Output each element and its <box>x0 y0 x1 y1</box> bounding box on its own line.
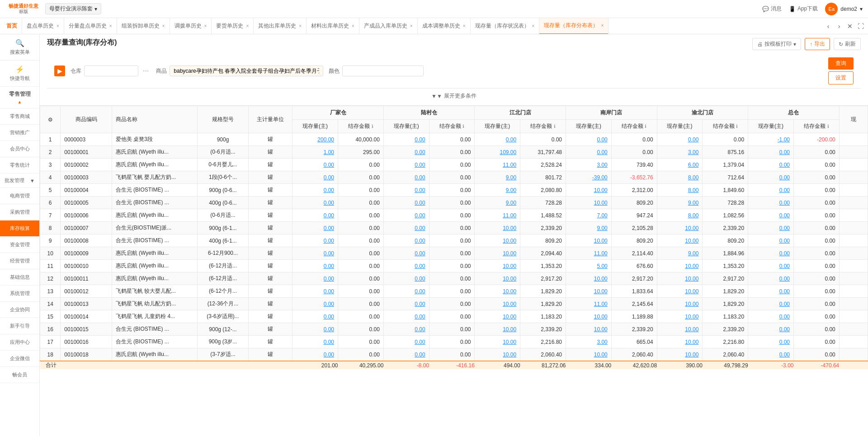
sidebar-item-collab[interactable]: 企业协同 <box>0 302 39 318</box>
ecommerce-label: 电商管理 <box>10 192 30 199</box>
sidebar-item-apps[interactable]: 应用中心 <box>0 334 39 351</box>
cell-cur <box>839 298 868 310</box>
tab-next-btn[interactable]: › <box>834 21 844 32</box>
cell-total-qty: 0.00 <box>748 272 794 285</box>
tab-assemble-close[interactable]: × <box>162 23 165 28</box>
cell-cf-qty: 0.00 <box>292 323 338 336</box>
tab-inventory-close[interactable]: × <box>57 23 59 28</box>
warehouse-input[interactable] <box>84 66 138 76</box>
goods-label: 商品 <box>156 67 167 75</box>
top-bar-right: 💬 消息 📱 App下载 Ea demo2 ▾ <box>762 3 863 15</box>
tab-branch-inventory[interactable]: 分量盘点单历史 × <box>64 18 117 34</box>
sidebar-item-ecommerce[interactable]: 电商管理 <box>0 188 39 204</box>
cell-cur <box>839 336 868 348</box>
sidebar-item-retail[interactable]: 零售管理 ▲ <box>0 87 39 108</box>
tab-transfer[interactable]: 调拨单历史 × <box>170 18 212 34</box>
cell-name: 飞鹤星飞帆 较大婴儿配... <box>112 285 197 298</box>
export-btn[interactable]: ↑ 导出 <box>805 38 830 50</box>
cell-total-qty: 0.00 <box>748 222 794 234</box>
sidebar-item-guide[interactable]: 新手引导 <box>0 318 39 334</box>
setting-btn[interactable]: 设置 <box>828 71 854 84</box>
cell-jb-amt: 2,528.24 <box>520 159 566 171</box>
sidebar-item-wholesale[interactable]: 批发管理 ▼ <box>0 173 39 188</box>
sidebar-item-purchase[interactable]: 采购管理 <box>0 204 39 220</box>
export-label: 导出 <box>814 40 825 48</box>
cell-code: 00100015 <box>61 323 112 336</box>
tab-requisition[interactable]: 要货单历史 × <box>212 18 254 34</box>
tab-inventory[interactable]: 盘点单历史 × <box>22 18 64 34</box>
tab-assemble[interactable]: 组装拆卸单历史 × <box>117 18 170 34</box>
th-name: 商品名称 <box>112 106 197 133</box>
tab-transfer-close[interactable]: × <box>204 23 207 28</box>
tab-cost-adjust[interactable]: 成本调整单历史 × <box>418 18 471 34</box>
tab-home[interactable]: 首页 <box>2 18 22 34</box>
sidebar-item-marketing[interactable]: 营销推广 <box>0 125 39 141</box>
sidebar-item-member[interactable]: 会员中心 <box>0 141 39 157</box>
cell-cf-qty: 1.00 <box>292 146 338 159</box>
goods-input[interactable] <box>170 66 323 76</box>
message-btn[interactable]: 💬 消息 <box>762 5 782 13</box>
cell-spec: 900g <box>197 133 248 146</box>
th-gear[interactable]: ⚙ <box>40 106 61 133</box>
sidebar-item-finance[interactable]: 资金管理 <box>0 237 39 253</box>
retail-stats-label: 零售统计 <box>10 162 30 169</box>
cell-no: 4 <box>40 171 61 184</box>
tab-stock-dist-close[interactable]: × <box>601 23 604 28</box>
cell-na-qty: 9.00 <box>566 222 612 234</box>
refresh-btn[interactable]: ↻ 刷新 <box>834 38 861 50</box>
cell-total-amt: 0.00 <box>793 184 839 197</box>
cell-lc-qty: 0.00 <box>383 197 429 209</box>
sidebar-item-sys[interactable]: 系统管理 <box>0 286 39 302</box>
sidebar-item-retail-stats[interactable]: 零售统计 <box>0 157 39 173</box>
tab-other-out[interactable]: 其他出库单历史 × <box>254 18 307 34</box>
tab-product-in-close[interactable]: × <box>410 23 413 28</box>
expand-btn[interactable]: ▼▼ 展开更多条件 <box>428 90 480 102</box>
tab-prev-btn[interactable]: ‹ <box>823 21 834 32</box>
tab-stock-status[interactable]: 现存量（库存状况表） × <box>471 18 540 34</box>
cell-spec: (6-12个月... <box>197 285 248 298</box>
cell-lc-amt: 0.00 <box>429 285 475 298</box>
th-group-yb: 渝北门店 <box>657 106 748 120</box>
sidebar-shortcuts-label: 快捷导航 <box>10 75 30 82</box>
cell-cf-amt: 40,000.00 <box>338 133 384 146</box>
tab-stock-status-close[interactable]: × <box>532 23 535 28</box>
app-download-btn[interactable]: 📱 App下载 <box>789 5 818 13</box>
th-total-qty: 现存量(主) <box>748 120 794 133</box>
tab-fullscreen-btn[interactable]: ⛶ <box>855 21 866 32</box>
cell-no: 5 <box>40 184 61 197</box>
summary-yb-qty: 390.00 <box>657 361 703 369</box>
user-info[interactable]: Ea demo2 ▾ <box>825 3 863 15</box>
cell-code: 0000003 <box>61 133 112 146</box>
tab-close-all-btn[interactable]: ✕ <box>844 21 855 32</box>
cell-total-amt: 0.00 <box>793 159 839 171</box>
tab-branch-inventory-close[interactable]: × <box>109 23 112 28</box>
summary-total-amt: -470.64 <box>793 361 839 369</box>
sidebar-item-basic[interactable]: 基础信息 <box>0 269 39 286</box>
cell-total-amt: 0.00 <box>793 222 839 234</box>
sidebar-item-member2[interactable]: 畅会员 <box>0 367 39 383</box>
filter-toggle-btn[interactable]: ▶ <box>54 66 65 76</box>
tab-material-out-close[interactable]: × <box>352 23 354 28</box>
sidebar-item-ops[interactable]: 经营管理 <box>0 253 39 269</box>
tab-other-out-close[interactable]: × <box>299 23 302 28</box>
tab-cost-adjust-close[interactable]: × <box>463 23 466 28</box>
sidebar-item-wechat[interactable]: 企业微信 <box>0 351 39 367</box>
sidebar-item-retail-shop[interactable]: 零售商城 <box>0 108 39 125</box>
sidebar-item-shortcuts[interactable]: ⚡ 快捷导航 <box>0 61 39 87</box>
cell-lc-qty: 0.00 <box>383 222 429 234</box>
sidebar-item-stock[interactable]: 库存核算 <box>0 220 39 237</box>
print-btn[interactable]: 🖨 按模板打印 ▾ <box>752 38 801 50</box>
cell-na-amt: 2,114.40 <box>611 247 657 260</box>
search-btn[interactable]: 查询 <box>828 57 854 70</box>
cell-unit: 罐 <box>249 285 292 298</box>
color-input[interactable] <box>342 66 424 76</box>
sidebar-item-search[interactable]: 🔍 搜索英单 <box>0 34 39 61</box>
main-layout: 🔍 搜索英单 ⚡ 快捷导航 零售管理 ▲ 零售商城 营销推广 会员中心 零售统计… <box>0 34 868 436</box>
cell-total-amt: 0.00 <box>793 209 839 222</box>
cell-jb-qty: 10.00 <box>475 247 520 260</box>
tab-product-in[interactable]: 产成品入库单历史 × <box>359 18 418 34</box>
store-selector[interactable]: 母婴行业演示陈套 ▾ <box>45 3 101 14</box>
tab-stock-dist[interactable]: 现存量（库存分布表） × <box>539 18 609 34</box>
tab-material-out[interactable]: 材料出库单历史 × <box>307 18 359 34</box>
tab-requisition-close[interactable]: × <box>246 23 249 28</box>
